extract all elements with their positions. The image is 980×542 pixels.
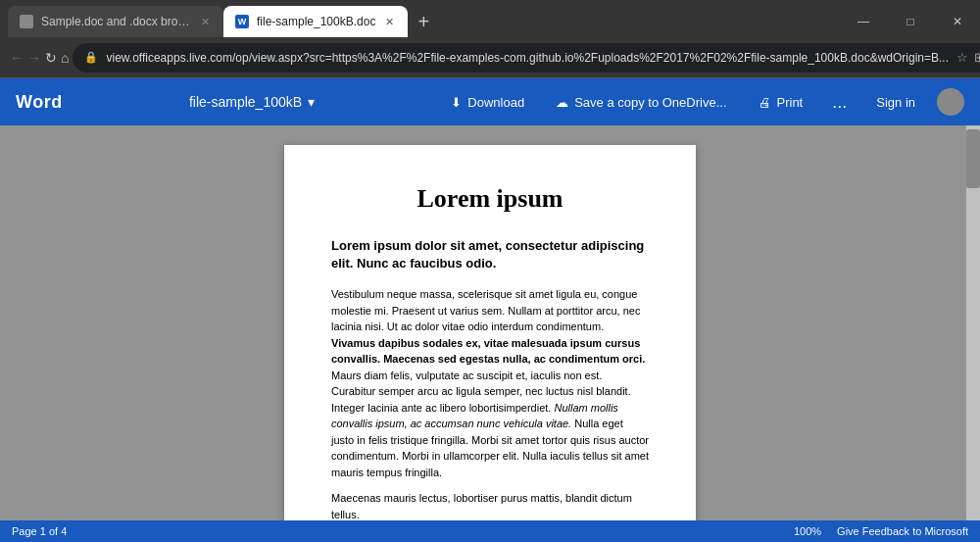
browser-toolbar: ← → ↻ ⌂ 🔒 view.officeapps.live.com/op/vi… xyxy=(0,37,980,78)
document-title: Lorem ipsum xyxy=(331,184,649,214)
back-button[interactable]: ← xyxy=(10,44,24,72)
browser-tab-1[interactable]: Sample.doc and .docx browse... ✕ xyxy=(8,6,223,37)
more-actions-button[interactable]: ... xyxy=(824,88,855,117)
browser-chrome: Sample.doc and .docx browse... ✕ W file-… xyxy=(0,0,980,78)
page-count: Page 1 of 4 xyxy=(12,525,67,537)
word-logo: Word xyxy=(16,92,63,113)
user-avatar[interactable] xyxy=(937,88,964,116)
document-page: Lorem ipsum Lorem ipsum dolor sit amet, … xyxy=(284,145,696,520)
save-onedrive-button[interactable]: ☁ Save a copy to OneDrive... xyxy=(546,89,736,116)
maximize-button[interactable]: □ xyxy=(888,6,933,37)
print-label: Print xyxy=(777,95,804,110)
window-controls: — □ ✕ xyxy=(841,6,980,37)
status-right: 100% Give Feedback to Microsoft xyxy=(794,525,968,537)
document-paragraph-1: Vestibulum neque massa, scelerisque sit … xyxy=(331,286,649,480)
document-paragraph-2: Maecenas mauris lectus, lobortiser purus… xyxy=(331,490,649,520)
tab1-close[interactable]: ✕ xyxy=(199,14,212,30)
download-icon: ⬇ xyxy=(451,95,462,110)
tab2-close[interactable]: ✕ xyxy=(383,14,396,30)
minimize-button[interactable]: — xyxy=(841,6,886,37)
document-subtitle: Lorem ipsum dolor sit amet, consectetur … xyxy=(331,237,649,272)
print-icon: 🖨 xyxy=(759,95,771,110)
filename-chevron-icon: ▾ xyxy=(308,94,315,110)
tab2-favicon: W xyxy=(235,15,249,28)
lock-icon: 🔒 xyxy=(84,51,98,64)
filename-text: file-sample_100kB xyxy=(189,94,302,110)
forward-button[interactable]: → xyxy=(27,44,41,72)
reload-button[interactable]: ↻ xyxy=(45,44,57,72)
zoom-level: 100% xyxy=(794,525,821,537)
feedback-link[interactable]: Give Feedback to Microsoft xyxy=(837,525,968,537)
tab1-title: Sample.doc and .docx browse... xyxy=(41,15,191,28)
filename-display[interactable]: file-sample_100kB ▾ xyxy=(189,94,315,110)
status-bar: Page 1 of 4 100% Give Feedback to Micros… xyxy=(0,520,980,542)
sign-in-button[interactable]: Sign in xyxy=(866,89,925,116)
onedrive-icon: ☁ xyxy=(556,95,568,110)
save-onedrive-label: Save a copy to OneDrive... xyxy=(574,95,726,110)
tab1-favicon xyxy=(20,15,33,28)
word-actions: ⬇ Download ☁ Save a copy to OneDrive... … xyxy=(441,88,964,117)
download-label: Download xyxy=(467,95,524,110)
tab2-title: file-sample_100kB.doc xyxy=(257,15,375,28)
browser-tab-2[interactable]: W file-sample_100kB.doc ✕ xyxy=(223,6,408,37)
document-area: Lorem ipsum Lorem ipsum dolor sit amet, … xyxy=(0,125,980,520)
print-button[interactable]: 🖨 Print xyxy=(749,89,813,116)
scrollbar[interactable] xyxy=(966,125,980,520)
collection-icon[interactable]: ⊞ xyxy=(974,50,980,65)
new-tab-button[interactable]: + xyxy=(408,11,439,33)
star-icon[interactable]: ☆ xyxy=(956,50,968,65)
download-button[interactable]: ⬇ Download xyxy=(441,89,534,116)
home-button[interactable]: ⌂ xyxy=(61,44,69,72)
address-bar-icons: ☆ ⊞ ↗ xyxy=(956,50,980,65)
close-button[interactable]: ✕ xyxy=(935,6,980,37)
scrollbar-thumb[interactable] xyxy=(966,129,980,188)
address-bar[interactable]: 🔒 view.officeapps.live.com/op/view.aspx?… xyxy=(73,43,980,73)
address-url: view.officeapps.live.com/op/view.aspx?sr… xyxy=(106,51,949,65)
word-app-bar: Word file-sample_100kB ▾ ⬇ Download ☁ Sa… xyxy=(0,78,980,125)
